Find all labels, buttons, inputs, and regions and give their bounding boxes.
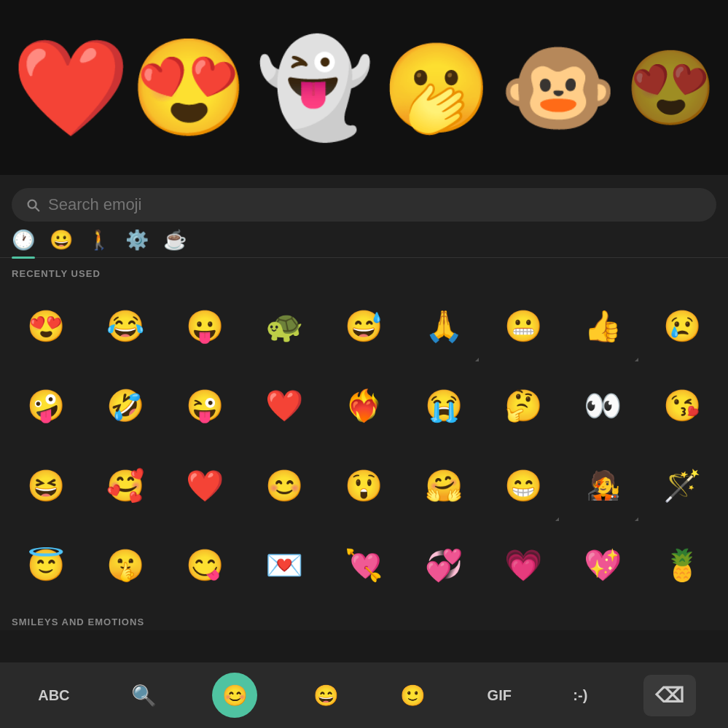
emoji-item[interactable]: 😅 xyxy=(324,286,404,366)
showcase-emoji-1: ❤️‍😍 xyxy=(12,40,248,135)
emoji-item[interactable]: 😜 xyxy=(165,366,244,445)
emoji-item[interactable]: 😢 xyxy=(643,286,722,366)
emoji-item[interactable]: 💗 xyxy=(483,525,563,605)
gif-face-icon: 🙂 xyxy=(400,684,426,708)
emoji-item[interactable]: ❤️‍🔥 xyxy=(324,366,404,445)
emoji-item[interactable]: 😘 xyxy=(643,366,722,445)
emoji-item[interactable]: 😂 xyxy=(85,286,165,366)
showcase-emoji-2: 👻 xyxy=(256,40,374,135)
tab-food[interactable]: ☕ xyxy=(163,229,187,257)
emoji-item[interactable]: 🙏 xyxy=(404,286,483,366)
emoji-item[interactable]: 😲 xyxy=(324,445,404,525)
clipboard-search-icon: 🔍 xyxy=(131,684,157,708)
search-icon xyxy=(25,197,41,213)
emoji-item[interactable]: 💞 xyxy=(404,525,483,605)
gif-label: GIF xyxy=(488,687,512,704)
showcase-emoji-4: 🐵 xyxy=(499,40,617,135)
emoji-item[interactable]: 😊 xyxy=(245,445,324,525)
tab-smileys[interactable]: 😀 xyxy=(50,229,73,257)
emoji-item[interactable]: 🥰 xyxy=(85,445,165,525)
toolbar-abc[interactable]: ABC xyxy=(32,681,75,710)
abc-label: ABC xyxy=(38,687,69,704)
emoji-item[interactable]: ❤️ xyxy=(165,445,244,525)
delete-icon: ⌫ xyxy=(655,684,684,708)
sticker-icon: 😄 xyxy=(313,684,339,708)
emoji-item[interactable]: 🤫 xyxy=(85,525,165,605)
emoji-item[interactable]: 👍 xyxy=(563,286,643,366)
emoticon-label: :-) xyxy=(573,687,587,704)
toolbar-delete[interactable]: ⌫ xyxy=(643,675,696,716)
tab-people[interactable]: 🚶 xyxy=(87,229,111,257)
emoji-item[interactable]: 😆 xyxy=(6,445,85,525)
toolbar-sticker[interactable]: 😄 xyxy=(308,678,345,713)
emoji-item[interactable]: 🪄 xyxy=(643,445,722,525)
emoji-smiley-icon: 😊 xyxy=(222,684,248,708)
emoji-item[interactable]: 👀 xyxy=(563,366,643,445)
emoji-item[interactable]: 🤪 xyxy=(6,366,85,445)
toolbar-emoji[interactable]: 😊 xyxy=(212,673,257,718)
search-box[interactable] xyxy=(12,188,716,222)
emoji-item[interactable]: 😁 xyxy=(483,445,563,525)
toolbar-gif-search[interactable]: 🙂 xyxy=(394,678,431,713)
emoji-showcase: ❤️‍😍 👻 🫢 🐵 😍 xyxy=(0,0,728,175)
showcase-emoji-5: 😍 xyxy=(625,51,716,124)
emoji-item[interactable]: 😋 xyxy=(165,525,244,605)
emoji-item[interactable]: 💘 xyxy=(324,525,404,605)
emoji-item[interactable]: ❤️ xyxy=(245,366,324,445)
emoji-item[interactable]: 😍 xyxy=(6,286,85,366)
toolbar-clipboard[interactable]: 🔍 xyxy=(125,678,163,713)
emoji-grid: 😍 😂 😛 🐢 😅 🙏 😬 👍 😢 🤪 🤣 😜 ❤️ ❤️‍🔥 😭 🤔 👀 😘 … xyxy=(0,283,728,611)
toolbar-emoticon[interactable]: :-) xyxy=(567,681,593,710)
emoji-item[interactable]: 💖 xyxy=(563,525,643,605)
search-area xyxy=(0,175,728,222)
tab-recent[interactable]: 🕐 xyxy=(12,229,35,257)
keyboard-toolbar: ABC 🔍 😊 😄 🙂 GIF :-) ⌫ xyxy=(0,662,728,728)
emoji-item[interactable]: 🤣 xyxy=(85,366,165,445)
emoji-item[interactable]: 😇 xyxy=(6,525,85,605)
emoji-item[interactable]: 😭 xyxy=(404,366,483,445)
emoji-item[interactable]: 🤗 xyxy=(404,445,483,525)
emoji-item[interactable]: 😛 xyxy=(165,286,244,366)
emoji-item[interactable]: 🧑‍🎤 xyxy=(563,445,643,525)
emoji-item[interactable]: 🤔 xyxy=(483,366,563,445)
emoji-item[interactable]: 😬 xyxy=(483,286,563,366)
tab-activities[interactable]: ⚙️ xyxy=(125,229,149,257)
search-input[interactable] xyxy=(48,195,703,214)
category-tabs: 🕐 😀 🚶 ⚙️ ☕ xyxy=(0,222,728,258)
emoji-item[interactable]: 💌 xyxy=(245,525,324,605)
toolbar-gif[interactable]: GIF xyxy=(482,681,517,710)
emoji-item[interactable]: 🐢 xyxy=(245,286,324,366)
emoji-item[interactable]: 🍍 xyxy=(643,525,722,605)
recently-used-label: RECENTLY USED xyxy=(0,258,728,283)
smileys-label: SMILEYS AND EMOTIONS xyxy=(0,611,728,630)
showcase-emoji-3: 🫢 xyxy=(382,44,491,131)
